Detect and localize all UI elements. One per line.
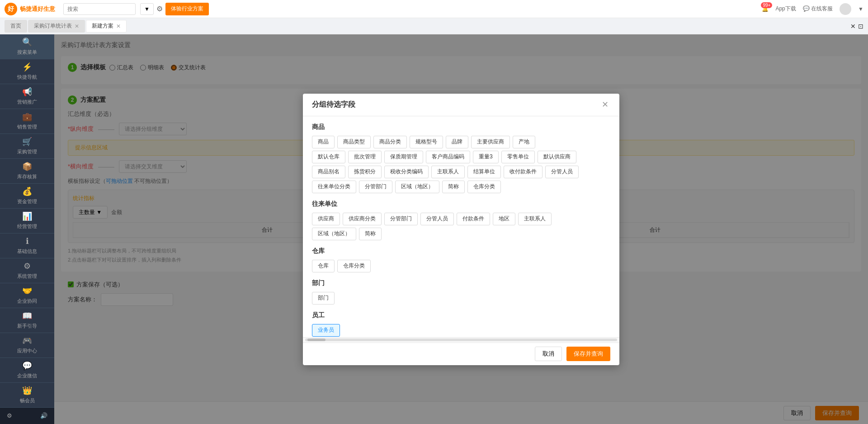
modal-save-button[interactable]: 保存并查询 xyxy=(566,347,610,361)
field-tags-product2: 默认仓库 批次管理 保质期管理 客户商品编码 重量3 零售单位 默认供应商 xyxy=(312,151,610,163)
dropdown-button[interactable]: ▼ xyxy=(140,3,154,15)
tab-purchase-stats-label: 采购订单统计表 xyxy=(34,22,72,30)
field-tag[interactable]: 部门 xyxy=(312,292,335,305)
user-menu[interactable]: ▼ xyxy=(858,6,863,12)
sidebar-item-quicknav[interactable]: ⚡ 快捷导航 xyxy=(0,59,54,84)
field-tag[interactable]: 简称 xyxy=(359,228,382,240)
modal-hscroll[interactable] xyxy=(303,337,619,343)
sidebar-item-basics[interactable]: ℹ 基础信息 xyxy=(0,233,54,258)
field-tag[interactable]: 往来单位分类 xyxy=(312,181,356,193)
sidebar-item-purchase[interactable]: 🛒 采购管理 xyxy=(0,134,54,159)
field-tag[interactable]: 仓库分类 xyxy=(337,260,371,272)
modal-body[interactable]: 商品 商品 商品类型 商品分类 规格型号 品牌 主要供应商 产地 默认仓库 批次… xyxy=(303,116,619,337)
sidebar-footer-volume-icon[interactable]: 🔊 xyxy=(40,412,47,419)
field-tag[interactable]: 品牌 xyxy=(446,136,468,148)
field-tag[interactable]: 仓库 xyxy=(312,260,335,272)
field-tag[interactable]: 拣货积分 xyxy=(348,166,382,178)
field-tag[interactable]: 保质期管理 xyxy=(384,151,423,163)
tab-purchase-stats-close[interactable]: ✕ xyxy=(75,23,79,29)
logo-area: 好 畅捷通好生意 xyxy=(5,3,59,15)
app-download[interactable]: App下载 xyxy=(775,5,796,13)
sidebar-item-system[interactable]: ⚙ 系统管理 xyxy=(0,258,54,283)
field-tag[interactable]: 供应商分类 xyxy=(343,213,382,225)
sidebar-item-apps[interactable]: 🎮 应用中心 xyxy=(0,333,54,358)
field-tag[interactable]: 商品分类 xyxy=(373,136,407,148)
field-tag[interactable]: 供应商 xyxy=(312,213,340,225)
sidebar-item-guide[interactable]: 📖 新手引导 xyxy=(0,308,54,333)
field-tag[interactable]: 产地 xyxy=(513,136,535,148)
sidebar-item-marketing[interactable]: 📢 营销推广 xyxy=(0,84,54,109)
field-tag[interactable]: 批次管理 xyxy=(348,151,382,163)
logo-icon: 好 xyxy=(5,3,17,15)
maximize-icon[interactable]: ⊡ xyxy=(858,23,863,30)
logo-text: 畅捷通好生意 xyxy=(20,5,55,13)
modal-cancel-button[interactable]: 取消 xyxy=(535,347,562,361)
sidebar-item-finance[interactable]: 💰 资金管理 xyxy=(0,184,54,209)
field-tag[interactable]: 商品别名 xyxy=(312,166,345,178)
sidebar-item-inventory[interactable]: 📦 库存核算 xyxy=(0,159,54,184)
tab-new-plan[interactable]: 新建方案 ✕ xyxy=(86,20,127,33)
modal-footer: 取消 保存并查询 xyxy=(303,343,619,365)
field-tag[interactable]: 主联系人 xyxy=(518,213,552,225)
sidebar-item-wechat[interactable]: 💬 企业微信 xyxy=(0,358,54,383)
field-tag-selected[interactable]: 业务员 xyxy=(312,324,340,337)
sidebar-item-operations[interactable]: 📊 经营管理 xyxy=(0,209,54,233)
search-input[interactable] xyxy=(63,3,136,15)
sidebar-item-sales[interactable]: 💼 销售管理 xyxy=(0,109,54,134)
field-tag[interactable]: 默认供应商 xyxy=(538,151,576,163)
experience-btn[interactable]: 体验行业方案 xyxy=(165,3,209,15)
field-tag[interactable]: 收付款条件 xyxy=(504,166,542,178)
field-tag[interactable]: 主要供应商 xyxy=(471,136,510,148)
field-tag[interactable]: 分管部门 xyxy=(359,181,392,193)
field-tag[interactable]: 简称 xyxy=(442,181,465,193)
sidebar-item-search[interactable]: 🔍 搜索菜单 xyxy=(0,34,54,59)
field-tag[interactable]: 商品类型 xyxy=(337,136,371,148)
field-tag[interactable]: 分管人员 xyxy=(420,213,454,225)
online-service[interactable]: 💬 在线客服 xyxy=(803,5,833,13)
field-tags-product: 商品 商品类型 商品分类 规格型号 品牌 主要供应商 产地 xyxy=(312,136,610,148)
top-bar: 好 畅捷通好生意 ▼ ⚙ 体验行业方案 🔔 99+ App下载 💬 在线客服 ▼ xyxy=(0,0,868,18)
top-right: 🔔 99+ App下载 💬 在线客服 ▼ xyxy=(762,3,863,15)
field-tag[interactable]: 分管人员 xyxy=(545,166,579,178)
sidebar-item-quicknav-label: 快捷导航 xyxy=(17,74,37,81)
user-avatar[interactable] xyxy=(840,3,851,15)
section-title-partner: 往来单位 xyxy=(312,200,610,208)
field-tag[interactable]: 区域（地区） xyxy=(395,181,439,193)
field-tag[interactable]: 仓库分类 xyxy=(467,181,501,193)
field-tag[interactable]: 规格型号 xyxy=(410,136,443,148)
field-tag[interactable]: 分管部门 xyxy=(384,213,418,225)
field-tag[interactable]: 付款条件 xyxy=(457,213,490,225)
field-tag[interactable]: 主联系人 xyxy=(431,166,465,178)
tab-home-label: 首页 xyxy=(10,22,21,30)
field-tag[interactable]: 重量3 xyxy=(473,151,499,163)
minimize-icon[interactable]: ✕ xyxy=(850,23,856,30)
sidebar-item-collab[interactable]: 🤝 企业协同 xyxy=(0,283,54,308)
field-tag[interactable]: 零售单位 xyxy=(501,151,535,163)
field-tag[interactable]: 税收分类编码 xyxy=(384,166,429,178)
field-tag[interactable]: 客户商品编码 xyxy=(426,151,470,163)
field-tag[interactable]: 地区 xyxy=(493,213,515,225)
modal-title: 分组待选字段 xyxy=(312,100,355,110)
field-tag[interactable]: 商品 xyxy=(312,136,335,148)
notification-area[interactable]: 🔔 99+ xyxy=(762,6,769,12)
tab-purchase-stats[interactable]: 采购订单统计表 ✕ xyxy=(28,20,85,33)
field-tags-warehouse: 仓库 仓库分类 xyxy=(312,260,610,272)
field-tag[interactable]: 区域（地区） xyxy=(312,228,356,240)
field-tags-product3: 商品别名 拣货积分 税收分类编码 主联系人 结算单位 收付款条件 分管人员 xyxy=(312,166,610,178)
sidebar-footer-settings-icon[interactable]: ⚙ xyxy=(7,412,12,419)
sidebar-item-basics-label: 基础信息 xyxy=(17,248,37,255)
modal-close-button[interactable]: ✕ xyxy=(599,99,610,110)
modal: 分组待选字段 ✕ 商品 商品 商品类型 商品分类 规格型号 品牌 主要供应商 产… xyxy=(303,94,619,365)
settings-icon[interactable]: ⚙ xyxy=(154,3,165,15)
guide-icon: 📖 xyxy=(22,311,32,321)
operations-icon: 📊 xyxy=(22,211,32,221)
finance-icon: 💰 xyxy=(22,186,32,196)
field-tag[interactable]: 结算单位 xyxy=(467,166,501,178)
sidebar-item-member[interactable]: 👑 畅会员 xyxy=(0,383,54,408)
hscroll-thumb[interactable] xyxy=(307,338,326,341)
tab-home[interactable]: 首页 xyxy=(5,20,27,33)
hscroll-bar xyxy=(305,338,617,341)
field-tag[interactable]: 默认仓库 xyxy=(312,151,345,163)
tab-new-plan-close[interactable]: ✕ xyxy=(116,23,121,29)
sidebar-item-apps-label: 应用中心 xyxy=(17,348,37,354)
